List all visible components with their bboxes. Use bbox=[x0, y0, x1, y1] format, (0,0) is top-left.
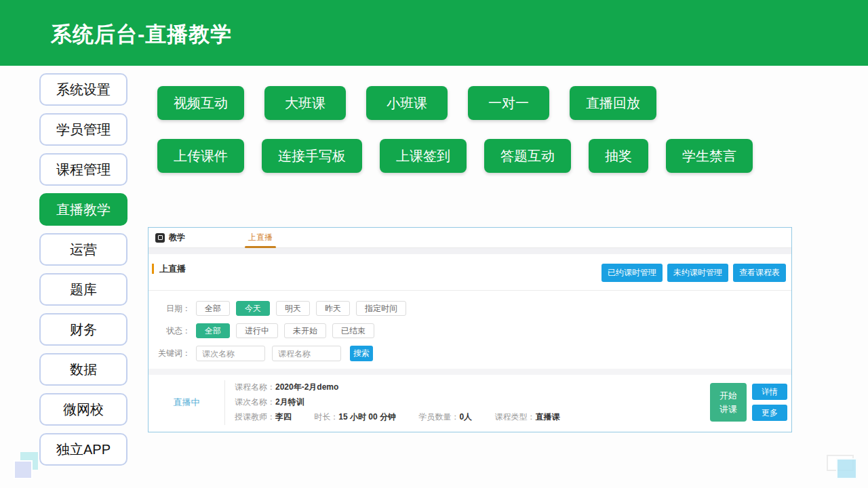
course-row: 直播中 课程名称：2020年-2月demo 课次名称：2月特训 授课教师：李四 … bbox=[149, 375, 791, 430]
course-name-label: 课程名称： bbox=[235, 382, 275, 392]
status-option-all[interactable]: 全部 bbox=[196, 323, 230, 338]
status-option-ended[interactable]: 已结束 bbox=[332, 323, 374, 338]
lesson-name-line: 课次名称：2月特训 bbox=[235, 396, 710, 408]
booked-lessons-button[interactable]: 已约课时管理 bbox=[601, 264, 663, 282]
page-header: 系统后台-直播教学 bbox=[0, 0, 868, 66]
status-option-ongoing[interactable]: 进行中 bbox=[236, 323, 278, 338]
live-status-badge: 直播中 bbox=[149, 396, 224, 409]
filter-row-date: 日期： 全部 今天 明天 昨天 指定时间 bbox=[157, 301, 791, 316]
lesson-name-label: 课次名称： bbox=[235, 397, 275, 407]
tab-go-live[interactable]: 上直播 bbox=[248, 228, 273, 247]
list-divider-band bbox=[149, 369, 791, 375]
course-meta-line: 授课教师：李四 时长：15 小时 00 分钟 学员数量：0人 课程类型：直播课 bbox=[235, 411, 710, 423]
sidebar-item-standalone-app[interactable]: 独立APP bbox=[39, 433, 127, 466]
feature-row-2: 上传课件 连接手写板 上课签到 答题互动 抽奖 学生禁言 bbox=[157, 139, 753, 173]
feature-upload-courseware-button[interactable]: 上传课件 bbox=[157, 139, 244, 173]
status-filter-label: 状态： bbox=[157, 325, 191, 337]
more-button[interactable]: 更多 bbox=[752, 405, 787, 421]
course-side-buttons: 详情 更多 bbox=[752, 384, 787, 421]
keyword-filter-label: 关键词： bbox=[157, 348, 191, 359]
feature-video-interaction-button[interactable]: 视频互动 bbox=[157, 86, 244, 120]
sidebar-item-micro-school[interactable]: 微网校 bbox=[39, 393, 127, 426]
course-details: 课程名称：2020年-2月demo 课次名称：2月特训 授课教师：李四 时长：1… bbox=[225, 378, 710, 426]
course-name-input[interactable] bbox=[272, 346, 341, 361]
feature-quiz-interaction-button[interactable]: 答题互动 bbox=[484, 139, 571, 173]
course-row-buttons: 开始 讲课 详情 更多 bbox=[710, 383, 787, 422]
sidebar-item-student-management[interactable]: 学员管理 bbox=[39, 113, 127, 146]
date-filter-label: 日期： bbox=[157, 303, 191, 314]
feature-mute-student-button[interactable]: 学生禁言 bbox=[666, 139, 753, 173]
teaching-logo-icon bbox=[155, 233, 165, 243]
admin-panel: 教学 上直播 上直播 已约课时管理 未约课时管理 查看课程表 日期： 全部 今天… bbox=[148, 227, 792, 432]
feature-buttons: 视频互动 大班课 小班课 一对一 直播回放 上传课件 连接手写板 上课签到 答题… bbox=[157, 86, 753, 192]
lesson-name-value: 2月特训 bbox=[275, 397, 304, 407]
panel-actions: 已约课时管理 未约课时管理 查看课程表 bbox=[601, 264, 786, 282]
sidebar-item-finance[interactable]: 财务 bbox=[39, 313, 127, 346]
duration-meta: 时长：15 小时 00 分钟 bbox=[314, 412, 396, 422]
panel-divider-strip bbox=[149, 248, 791, 254]
feature-large-class-button[interactable]: 大班课 bbox=[264, 86, 346, 120]
view-schedule-button[interactable]: 查看课程表 bbox=[733, 264, 786, 282]
date-filter-options: 全部 今天 明天 昨天 指定时间 bbox=[196, 301, 406, 316]
feature-one-on-one-button[interactable]: 一对一 bbox=[468, 86, 549, 120]
filter-row-keyword: 关键词： 搜索 bbox=[157, 346, 791, 361]
course-type-meta: 课程类型：直播课 bbox=[494, 412, 559, 422]
status-filter-options: 全部 进行中 未开始 已结束 bbox=[196, 323, 374, 338]
feature-live-replay-button[interactable]: 直播回放 bbox=[570, 86, 656, 120]
date-option-all[interactable]: 全部 bbox=[196, 301, 230, 316]
student-count-meta: 学员数量：0人 bbox=[418, 412, 472, 422]
course-name-line: 课程名称：2020年-2月demo bbox=[235, 382, 710, 393]
course-name-value: 2020年-2月demo bbox=[275, 382, 338, 392]
decor-square-cyan-right bbox=[836, 458, 857, 479]
feature-small-class-button[interactable]: 小班课 bbox=[366, 86, 448, 120]
detail-button[interactable]: 详情 bbox=[752, 384, 787, 400]
date-option-yesterday[interactable]: 昨天 bbox=[316, 301, 350, 316]
feature-row-1: 视频互动 大班课 小班课 一对一 直播回放 bbox=[157, 86, 753, 120]
sidebar-item-live-teaching[interactable]: 直播教学 bbox=[39, 193, 127, 226]
sidebar-item-operations[interactable]: 运营 bbox=[39, 233, 127, 266]
decor-square-lavender-left bbox=[14, 460, 33, 479]
sidebar-item-system-settings[interactable]: 系统设置 bbox=[39, 73, 127, 106]
sidebar-item-course-management[interactable]: 课程管理 bbox=[39, 153, 127, 186]
feature-connect-tablet-button[interactable]: 连接手写板 bbox=[262, 139, 362, 173]
panel-tab-bar: 教学 上直播 bbox=[149, 228, 791, 248]
date-option-tomorrow[interactable]: 明天 bbox=[276, 301, 310, 316]
page-title: 系统后台-直播教学 bbox=[51, 20, 232, 49]
teacher-meta: 授课教师：李四 bbox=[235, 412, 292, 422]
panel-brand-label: 教学 bbox=[169, 232, 185, 243]
start-teaching-button[interactable]: 开始 讲课 bbox=[710, 383, 747, 422]
section-title: 上直播 bbox=[152, 264, 186, 274]
status-option-not-started[interactable]: 未开始 bbox=[284, 323, 326, 338]
filter-area: 日期： 全部 今天 明天 昨天 指定时间 状态： 全部 进行中 未开始 已结束 … bbox=[149, 291, 791, 361]
sidebar-item-data[interactable]: 数据 bbox=[39, 353, 127, 386]
date-option-custom[interactable]: 指定时间 bbox=[356, 301, 406, 316]
feature-lottery-button[interactable]: 抽奖 bbox=[589, 139, 648, 173]
lesson-name-input[interactable] bbox=[196, 346, 265, 361]
sidebar: 系统设置 学员管理 课程管理 直播教学 运营 题库 财务 数据 微网校 独立AP… bbox=[39, 73, 127, 473]
search-button[interactable]: 搜索 bbox=[350, 346, 373, 361]
filter-row-status: 状态： 全部 进行中 未开始 已结束 bbox=[157, 323, 791, 338]
panel-brand: 教学 bbox=[155, 232, 185, 243]
panel-section-header: 上直播 已约课时管理 未约课时管理 查看课程表 bbox=[149, 254, 791, 282]
date-option-today[interactable]: 今天 bbox=[236, 301, 270, 316]
feature-class-signin-button[interactable]: 上课签到 bbox=[380, 139, 467, 173]
unbooked-lessons-button[interactable]: 未约课时管理 bbox=[667, 264, 728, 282]
sidebar-item-question-bank[interactable]: 题库 bbox=[39, 273, 127, 306]
